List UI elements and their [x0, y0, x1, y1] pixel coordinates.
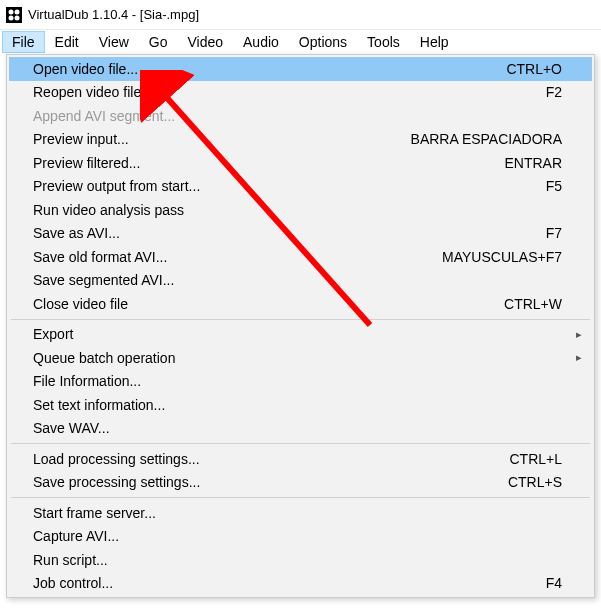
- file-menu-dropdown: Open video file... CTRL+O Reopen video f…: [6, 54, 595, 598]
- menu-item-shortcut: F5: [546, 178, 568, 194]
- menu-job-control[interactable]: Job control... F4: [9, 572, 592, 596]
- menu-item-shortcut: F4: [546, 575, 568, 591]
- submenu-arrow-icon: ▸: [576, 328, 582, 341]
- menu-run-script[interactable]: Run script...: [9, 548, 592, 572]
- menu-separator: [11, 319, 590, 320]
- menu-item-label: Queue batch operation: [33, 350, 568, 366]
- menu-video[interactable]: Video: [177, 31, 233, 53]
- menu-item-label: Run video analysis pass: [33, 202, 568, 218]
- menu-item-shortcut: CTRL+S: [508, 474, 568, 490]
- svg-point-1: [9, 9, 14, 14]
- menu-item-label: Set text information...: [33, 397, 568, 413]
- menu-preview-filtered[interactable]: Preview filtered... ENTRAR: [9, 151, 592, 175]
- menu-set-text[interactable]: Set text information...: [9, 393, 592, 417]
- menu-item-shortcut: BARRA ESPACIADORA: [411, 131, 568, 147]
- menu-item-shortcut: MAYUSCULAS+F7: [442, 249, 568, 265]
- menu-item-label: Preview output from start...: [33, 178, 546, 194]
- menu-file[interactable]: File: [2, 31, 45, 53]
- menu-item-label: Open video file...: [33, 61, 506, 77]
- menu-help[interactable]: Help: [410, 31, 459, 53]
- menu-load-settings[interactable]: Load processing settings... CTRL+L: [9, 447, 592, 471]
- menu-file-info[interactable]: File Information...: [9, 370, 592, 394]
- menu-tools[interactable]: Tools: [357, 31, 410, 53]
- menu-item-label: Preview input...: [33, 131, 411, 147]
- menu-open-video[interactable]: Open video file... CTRL+O: [9, 57, 592, 81]
- svg-point-3: [9, 15, 14, 20]
- menu-reopen-video[interactable]: Reopen video file F2: [9, 81, 592, 105]
- menu-item-label: Capture AVI...: [33, 528, 568, 544]
- menu-item-shortcut: ENTRAR: [504, 155, 568, 171]
- menu-view[interactable]: View: [89, 31, 139, 53]
- title-bar: VirtualDub 1.10.4 - [Sia-.mpg]: [0, 0, 601, 30]
- menu-item-label: Load processing settings...: [33, 451, 509, 467]
- menu-save-settings[interactable]: Save processing settings... CTRL+S: [9, 471, 592, 495]
- svg-point-2: [15, 9, 20, 14]
- menu-item-shortcut: F2: [546, 84, 568, 100]
- menu-item-label: Save old format AVI...: [33, 249, 442, 265]
- menu-start-frame-server[interactable]: Start frame server...: [9, 501, 592, 525]
- menu-options[interactable]: Options: [289, 31, 357, 53]
- menu-item-shortcut: F7: [546, 225, 568, 241]
- menu-item-label: Start frame server...: [33, 505, 568, 521]
- menu-run-analysis[interactable]: Run video analysis pass: [9, 198, 592, 222]
- menu-capture-avi[interactable]: Capture AVI...: [9, 525, 592, 549]
- menu-item-label: Save as AVI...: [33, 225, 546, 241]
- menu-item-shortcut: CTRL+W: [504, 296, 568, 312]
- menu-item-label: Append AVI segment...: [33, 108, 568, 124]
- menu-item-label: Save segmented AVI...: [33, 272, 568, 288]
- menu-save-avi[interactable]: Save as AVI... F7: [9, 222, 592, 246]
- menu-append-avi: Append AVI segment...: [9, 104, 592, 128]
- menu-export[interactable]: Export ▸: [9, 323, 592, 347]
- menu-item-label: Save processing settings...: [33, 474, 508, 490]
- menu-item-label: Run script...: [33, 552, 568, 568]
- menu-item-shortcut: CTRL+L: [509, 451, 568, 467]
- menu-item-label: Save WAV...: [33, 420, 568, 436]
- menu-preview-input[interactable]: Preview input... BARRA ESPACIADORA: [9, 128, 592, 152]
- menu-close-video[interactable]: Close video file CTRL+W: [9, 292, 592, 316]
- menu-bar: File Edit View Go Video Audio Options To…: [0, 30, 601, 54]
- menu-queue-batch[interactable]: Queue batch operation ▸: [9, 346, 592, 370]
- menu-save-wav[interactable]: Save WAV...: [9, 417, 592, 441]
- submenu-arrow-icon: ▸: [576, 351, 582, 364]
- menu-item-shortcut: CTRL+O: [506, 61, 568, 77]
- menu-item-label: Export: [33, 326, 568, 342]
- menu-item-label: Job control...: [33, 575, 546, 591]
- menu-item-label: File Information...: [33, 373, 568, 389]
- menu-edit[interactable]: Edit: [45, 31, 89, 53]
- svg-point-4: [15, 15, 20, 20]
- menu-save-old-avi[interactable]: Save old format AVI... MAYUSCULAS+F7: [9, 245, 592, 269]
- app-icon: [6, 7, 22, 23]
- menu-audio[interactable]: Audio: [233, 31, 289, 53]
- menu-preview-output[interactable]: Preview output from start... F5: [9, 175, 592, 199]
- menu-item-label: Close video file: [33, 296, 504, 312]
- svg-rect-0: [6, 7, 22, 23]
- menu-item-label: Preview filtered...: [33, 155, 504, 171]
- menu-separator: [11, 497, 590, 498]
- menu-save-segmented[interactable]: Save segmented AVI...: [9, 269, 592, 293]
- menu-separator: [11, 443, 590, 444]
- menu-item-label: Reopen video file: [33, 84, 546, 100]
- window-title: VirtualDub 1.10.4 - [Sia-.mpg]: [28, 7, 199, 22]
- menu-go[interactable]: Go: [139, 31, 178, 53]
